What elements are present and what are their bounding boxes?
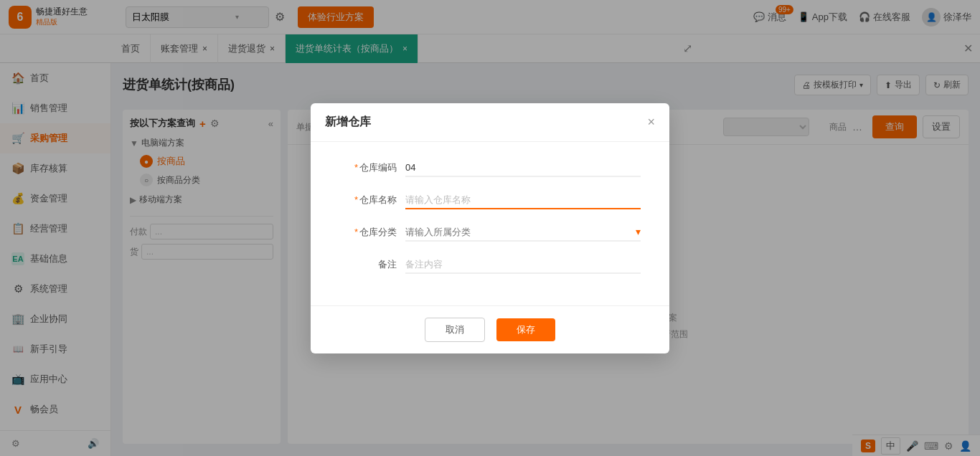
warehouse-name-input[interactable] [405, 191, 641, 209]
category-dropdown-icon[interactable]: ▾ [636, 226, 641, 237]
dialog: 新增仓库 × *仓库编码 *仓库名称 *仓库分类 [311, 103, 669, 353]
form-row-name: *仓库名称 [339, 191, 641, 209]
cancel-button[interactable]: 取消 [425, 318, 485, 342]
warehouse-code-input[interactable] [405, 159, 641, 177]
form-remark-label: 备注 [339, 258, 397, 271]
warehouse-remark-input[interactable] [405, 256, 641, 274]
dialog-footer: 取消 保存 [311, 305, 669, 353]
form-category-label: *仓库分类 [339, 226, 397, 239]
dialog-overlay: 新增仓库 × *仓库编码 *仓库名称 *仓库分类 [0, 0, 980, 456]
form-row-remark: 备注 [339, 256, 641, 274]
form-row-code: *仓库编码 [339, 159, 641, 177]
dialog-title: 新增仓库 [325, 115, 371, 130]
form-code-label: *仓库编码 [339, 161, 397, 174]
form-row-category: *仓库分类 ▾ [339, 224, 641, 242]
dialog-close-button[interactable]: × [647, 115, 655, 128]
warehouse-category-input[interactable] [405, 224, 636, 240]
dialog-header: 新增仓库 × [311, 103, 669, 142]
dialog-body: *仓库编码 *仓库名称 *仓库分类 ▾ [311, 142, 669, 305]
category-select-wrapper[interactable]: ▾ [405, 224, 641, 242]
form-name-label: *仓库名称 [339, 194, 397, 206]
save-button[interactable]: 保存 [496, 318, 555, 341]
